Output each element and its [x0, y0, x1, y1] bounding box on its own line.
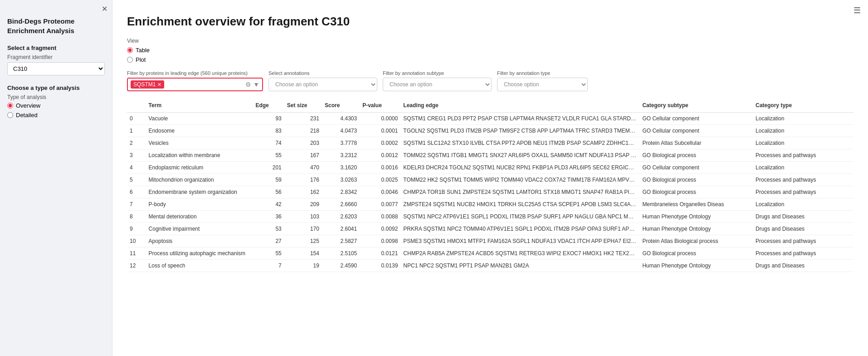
radio-plot-label: Plot [136, 56, 146, 63]
cell-leading: PSME3 SQSTM1 HMOX1 MTFP1 FAM162A SGPL1 N… [400, 235, 639, 247]
cell-leading: ZMPSTE24 SQSTM1 NUCB2 HMOX1 TDRKH SLC25A… [400, 198, 639, 211]
cell-edge: 74 [253, 137, 284, 149]
view-radio-group: Table Plot [127, 47, 853, 63]
filter-tag-close-icon[interactable]: ✕ [157, 82, 161, 88]
radio-table-input[interactable] [127, 47, 133, 53]
cell-cattype: Localization [753, 198, 853, 211]
table-row: 10 Apoptosis 27 125 2.5827 0.0098 PSME3 … [127, 235, 853, 247]
col-header-idx [127, 99, 146, 113]
main-content: ☰ Enrichment overview for fragment C310 … [112, 0, 868, 356]
cell-idx: 4 [127, 162, 146, 174]
cell-term: Vacuole [146, 113, 253, 125]
cell-edge: 93 [253, 113, 284, 125]
cell-term: Process utilizing autophagic mechanism [146, 247, 253, 260]
filter-tag-text: SQSTM1 [133, 81, 156, 88]
radio-plot[interactable]: Plot [127, 56, 853, 63]
radio-plot-input[interactable] [127, 57, 133, 63]
col-header-term[interactable]: Term [146, 99, 253, 113]
cell-term: Cognitive impairment [146, 223, 253, 235]
col-header-cattype[interactable]: Category type [753, 99, 853, 113]
filter-subtype-select[interactable]: Choose an option [383, 78, 492, 91]
sidebar-title: Bind-Degs ProteomeEnrichment Analysis [7, 16, 105, 35]
col-header-edge[interactable]: Edge [253, 99, 284, 113]
radio-detailed-input[interactable] [7, 112, 13, 118]
cell-catsubtype: GO Cellular component [639, 162, 753, 174]
cell-score: 3.2312 [322, 149, 360, 162]
table-row: 4 Endoplasmic reticulum 201 470 3.1620 0… [127, 162, 853, 174]
filters-row: Filter by proteins in leading edge (560 … [127, 70, 853, 91]
cell-edge: 83 [253, 125, 284, 137]
analysis-type-label: Choose a type of analysis [7, 84, 105, 91]
table-row: 5 Mitochondrion organization 59 176 3.02… [127, 174, 853, 186]
cell-leading: SQSTM1 SLC12A2 STX10 ILVBL CTSA PPT2 APO… [400, 137, 639, 149]
cell-idx: 7 [127, 198, 146, 211]
cell-edge: 201 [253, 162, 284, 174]
cell-leading: SQSTM1 NPC2 ATP6V1E1 SGPL1 PODXL ITM2B P… [400, 211, 639, 223]
cell-term: Endomembrane system organization [146, 186, 253, 198]
radio-overview-label: Overview [16, 102, 40, 109]
cell-edge: 7 [253, 260, 284, 272]
cell-cattype: Drugs and Diseases [753, 260, 853, 272]
table-row: 12 Loss of speech 7 19 2.4590 0.0139 NPC… [127, 260, 853, 272]
cell-idx: 6 [127, 186, 146, 198]
analysis-type-section: Choose a type of analysis Type of analys… [7, 84, 105, 119]
cell-catsubtype: GO Biological process [639, 174, 753, 186]
cell-leading: TOMM22 HK2 SQSTM1 TOMM5 WIPI2 TOMM40 VDA… [400, 174, 639, 186]
radio-detailed[interactable]: Detailed [7, 112, 105, 119]
cell-catsubtype: GO Biological process [639, 149, 753, 162]
cell-score: 2.5827 [322, 235, 360, 247]
col-header-catsubtype[interactable]: Category subtype [639, 99, 753, 113]
cell-cattype: Drugs and Diseases [753, 223, 853, 235]
cell-pvalue: 0.0139 [360, 260, 400, 272]
table-header-row: Term Edge Set size Score P-value Leading… [127, 99, 853, 113]
cell-term: Mental deterioration [146, 211, 253, 223]
radio-overview[interactable]: Overview [7, 102, 105, 109]
cell-catsubtype: Human Phenotype Ontology [639, 223, 753, 235]
table-row: 3 Localization within membrane 55 167 3.… [127, 149, 853, 162]
cell-leading: SQSTM1 CREG1 PLD3 PPT2 PSAP CTSB LAPTM4A… [400, 113, 639, 125]
col-header-setsize[interactable]: Set size [284, 99, 322, 113]
cell-leading: TOMM22 SQSTM1 ITGB1 MMGT1 SNX27 ARL6IP5 … [400, 149, 639, 162]
cell-leading: KDELR3 DHCR24 TGOLN2 SQSTM1 NUCB2 RPN1 F… [400, 162, 639, 174]
filter-proteins-input[interactable] [166, 81, 244, 88]
table-row: 7 P-body 42 209 2.6660 0.0077 ZMPSTE24 S… [127, 198, 853, 211]
cell-term: Endosome [146, 125, 253, 137]
close-button[interactable]: ✕ [102, 5, 107, 13]
table-row: 8 Mental deterioration 36 103 2.6203 0.0… [127, 211, 853, 223]
hamburger-button[interactable]: ☰ [853, 5, 861, 15]
cell-leading: PRKRA SQSTM1 NPC2 TOMM40 ATP6V1E1 SGPL1 … [400, 223, 639, 235]
cell-cattype: Localization [753, 137, 853, 149]
cell-score: 4.4303 [322, 113, 360, 125]
cell-idx: 0 [127, 113, 146, 125]
gear-icon[interactable]: ⚙ ▼ [245, 81, 259, 88]
cell-pvalue: 0.0001 [360, 125, 400, 137]
radio-table[interactable]: Table [127, 47, 853, 54]
cell-pvalue: 0.0098 [360, 235, 400, 247]
col-header-pvalue[interactable]: P-value [360, 99, 400, 113]
fragment-select[interactable]: C310 [7, 62, 105, 75]
filter-type-select[interactable]: Choose option [497, 78, 588, 91]
cell-catsubtype: GO Cellular component [639, 125, 753, 137]
col-header-score[interactable]: Score [322, 99, 360, 113]
cell-catsubtype: Human Phenotype Ontology [639, 211, 753, 223]
radio-overview-input[interactable] [7, 103, 13, 109]
cell-edge: 59 [253, 174, 284, 186]
filter-proteins-input-wrapper: SQSTM1 ✕ ⚙ ▼ [127, 78, 263, 91]
sidebar: ✕ Bind-Degs ProteomeEnrichment Analysis … [0, 0, 112, 356]
cell-catsubtype: Membraneless Organelles Diseas [639, 198, 753, 211]
cell-edge: 53 [253, 223, 284, 235]
cell-idx: 2 [127, 137, 146, 149]
cell-idx: 1 [127, 125, 146, 137]
filter-tag-sqstm1: SQSTM1 ✕ [131, 80, 164, 89]
col-header-leading[interactable]: Leading edge [400, 99, 639, 113]
cell-catsubtype: GO Cellular component [639, 113, 753, 125]
cell-setsize: 103 [284, 211, 322, 223]
cell-term: Endoplasmic reticulum [146, 162, 253, 174]
cell-cattype: Processes and pathways [753, 149, 853, 162]
cell-term: Loss of speech [146, 260, 253, 272]
cell-catsubtype: Protein Atlas Biological process [639, 235, 753, 247]
filter-annotations-select[interactable]: Choose an option [268, 78, 377, 91]
filter-proteins-label: Filter by proteins in leading edge (560 … [127, 70, 263, 76]
cell-edge: 42 [253, 198, 284, 211]
cell-pvalue: 0.0025 [360, 174, 400, 186]
